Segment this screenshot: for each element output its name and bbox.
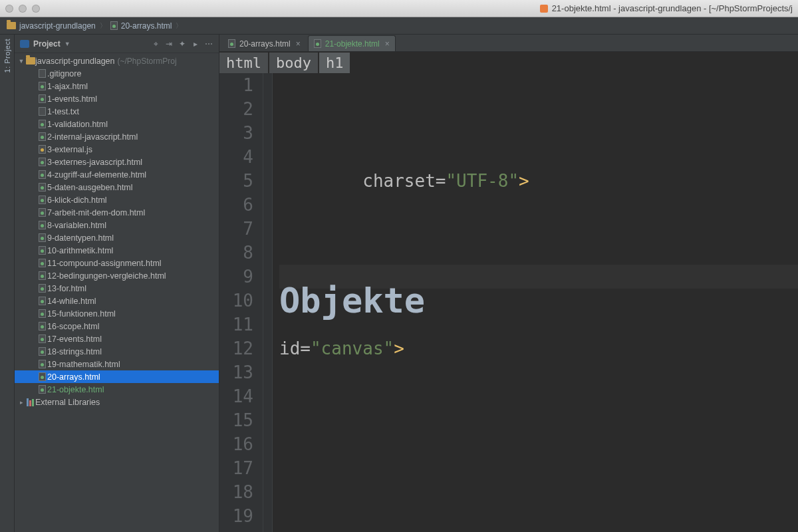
- tree-item-label: 15-funktionen.html: [47, 309, 116, 319]
- tree-item[interactable]: 16-scope.html: [15, 320, 219, 332]
- tree-item-label: 2-internal-javascript.html: [47, 132, 138, 142]
- tree-item[interactable]: 1-events.html: [15, 92, 219, 105]
- tree-item-label: 3-externes-javascript.html: [47, 158, 142, 167]
- code-content[interactable]: </span><span class="link">Objekte</span>…: [273, 73, 798, 532]
- more-icon[interactable]: ⋯: [204, 39, 213, 49]
- html-file-icon: [39, 360, 46, 368]
- project-sidebar-title[interactable]: Project: [33, 39, 61, 49]
- tree-item[interactable]: 15-funktionen.html: [15, 307, 219, 320]
- tree-item[interactable]: 13-for.html: [15, 282, 219, 295]
- gear-icon[interactable]: ✦: [178, 39, 187, 49]
- tree-item[interactable]: 2-internal-javascript.html: [15, 130, 219, 143]
- tree-item-label: 7-arbeit-mit-dem-dom.html: [47, 208, 145, 217]
- tree-item[interactable]: .gitignore: [15, 67, 219, 80]
- close-tab-icon[interactable]: ×: [385, 39, 390, 49]
- breadcrumb-file-label: 20-arrays.html: [121, 21, 172, 31]
- tab-label: 20-arrays.html: [239, 39, 291, 49]
- tree-item[interactable]: 19-mathematik.html: [15, 358, 219, 370]
- tree-item-label: 21-objekte.html: [47, 385, 104, 394]
- tree-item[interactable]: 6-klick-dich.html: [15, 194, 219, 206]
- tree-item[interactable]: 11-compound-assignment.html: [15, 257, 219, 269]
- text-file-icon: [39, 69, 46, 78]
- code-editor[interactable]: 12345678910111213141516171819 </span><sp…: [219, 73, 798, 532]
- project-sidebar: Project ▼ ⌖ ⇥ ✦ ▸ ⋯ ▼javascript-grundlag…: [15, 35, 219, 532]
- tab-label: 21-objekte.html: [325, 39, 380, 49]
- html-file-icon: [228, 39, 235, 48]
- collapse-all-icon[interactable]: ⇥: [164, 39, 174, 49]
- tree-item-label: 8-variablen.html: [47, 221, 106, 230]
- editor-tab[interactable]: 20-arrays.html×: [222, 35, 307, 51]
- breadcrumb-folder[interactable]: javascript-grundlagen: [7, 21, 96, 31]
- editor-area: 20-arrays.html×21-objekte.html× htmlbody…: [219, 35, 798, 532]
- tree-item-label: 20-arrays.html: [47, 372, 100, 382]
- html-file-icon: [110, 21, 118, 30]
- chevron-right-icon[interactable]: ▸: [17, 399, 25, 406]
- editor-tab[interactable]: 21-objekte.html×: [308, 35, 396, 51]
- tree-item[interactable]: 3-externes-javascript.html: [15, 156, 219, 168]
- text-file-icon: [39, 107, 46, 116]
- chevron-down-icon[interactable]: ▼: [65, 41, 70, 47]
- dom-token[interactable]: body: [269, 53, 318, 73]
- html-file-icon: [39, 196, 46, 204]
- tree-item[interactable]: 5-daten-ausgeben.html: [15, 181, 219, 194]
- dom-token[interactable]: html: [219, 53, 268, 73]
- editor-tabs: 20-arrays.html×21-objekte.html×: [219, 35, 798, 52]
- html-file-icon: [39, 94, 46, 103]
- tree-item-label: 5-daten-ausgeben.html: [47, 183, 133, 192]
- html-file-icon: [39, 221, 46, 229]
- tree-item[interactable]: 9-datentypen.html: [15, 231, 219, 244]
- tree-item[interactable]: 4-zugriff-auf-elemente.html: [15, 168, 219, 181]
- project-icon: [20, 40, 29, 48]
- tree-item[interactable]: 10-arithmetik.html: [15, 244, 219, 257]
- hide-icon[interactable]: ▸: [191, 39, 200, 49]
- breadcrumb-file[interactable]: 20-arrays.html: [110, 21, 172, 31]
- close-window-icon[interactable]: [5, 5, 13, 13]
- tree-item-label: 11-compound-assignment.html: [47, 259, 162, 268]
- app-icon: [540, 5, 548, 13]
- tree-item[interactable]: 12-bedingungen-vergleiche.html: [15, 269, 219, 282]
- project-tool-window-button[interactable]: 1: Project: [3, 39, 11, 72]
- tree-item-label: 13-for.html: [47, 284, 86, 293]
- close-tab-icon[interactable]: ×: [296, 39, 301, 49]
- html-file-icon: [39, 132, 46, 141]
- tree-root[interactable]: ▼javascript-grundlagen(~/PhpStormProj: [15, 55, 219, 67]
- tree-item[interactable]: 14-while.html: [15, 295, 219, 307]
- tree-item[interactable]: 17-events.html: [15, 332, 219, 345]
- breadcrumb-folder-label: javascript-grundlagen: [19, 21, 96, 31]
- tree-item[interactable]: 21-objekte.html: [15, 383, 219, 396]
- tree-item[interactable]: 7-arbeit-mit-dem-dom.html: [15, 206, 219, 219]
- zoom-window-icon[interactable]: [32, 5, 40, 13]
- tree-item-label: 19-mathematik.html: [47, 360, 120, 369]
- minimize-window-icon[interactable]: [19, 5, 27, 13]
- project-sidebar-header: Project ▼ ⌖ ⇥ ✦ ▸ ⋯: [15, 35, 219, 53]
- external-libraries[interactable]: ▸External Libraries: [15, 396, 219, 408]
- tree-item-label: 6-klick-dich.html: [47, 196, 107, 205]
- tree-item[interactable]: 1-validation.html: [15, 118, 219, 130]
- chevron-down-icon[interactable]: ▼: [17, 58, 25, 65]
- html-file-icon: [39, 246, 46, 255]
- tree-item[interactable]: 3-external.js: [15, 143, 219, 156]
- dom-token[interactable]: h1: [319, 53, 350, 73]
- tree-item[interactable]: 8-variablen.html: [15, 219, 219, 231]
- html-file-icon: [39, 259, 46, 267]
- tree-item[interactable]: 20-arrays.html: [15, 370, 219, 383]
- html-file-icon: [39, 271, 46, 280]
- html-file-icon: [39, 284, 46, 293]
- tree-item[interactable]: 18-strings.html: [15, 345, 219, 358]
- html-file-icon: [39, 120, 46, 128]
- tree-root-label: javascript-grundlagen: [35, 57, 115, 66]
- html-file-icon: [39, 183, 46, 192]
- js-file-icon: [39, 145, 46, 154]
- tree-item[interactable]: 1-test.txt: [15, 105, 219, 118]
- chevron-right-icon: 〉: [176, 21, 182, 31]
- breadcrumb-bar: javascript-grundlagen 〉 20-arrays.html 〉: [0, 17, 798, 35]
- html-file-icon: [39, 322, 46, 331]
- tree-item[interactable]: 1-ajax.html: [15, 80, 219, 92]
- locate-icon[interactable]: ⌖: [151, 39, 160, 49]
- html-file-icon: [39, 334, 46, 343]
- html-file-icon: [39, 297, 46, 305]
- tree-item-label: 4-zugriff-auf-elemente.html: [47, 170, 146, 180]
- external-libraries-label: External Libraries: [35, 398, 100, 407]
- project-tree[interactable]: ▼javascript-grundlagen(~/PhpStormProj.gi…: [15, 53, 219, 532]
- html-file-icon: [39, 372, 46, 381]
